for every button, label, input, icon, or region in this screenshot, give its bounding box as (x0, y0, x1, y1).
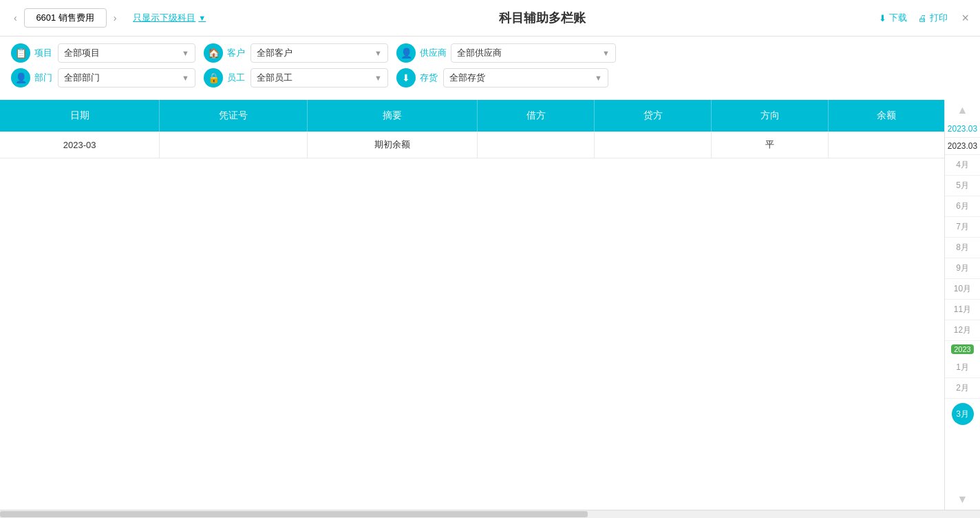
horizontal-scrollbar[interactable] (0, 510, 980, 518)
project-icon: 📋 (11, 43, 30, 63)
employee-select[interactable]: 全部员工 ▼ (251, 68, 388, 87)
cell-date: 2023-03 (0, 132, 160, 158)
filter-area: 📋 项目 全部项目 ▼ 🏠 客户 全部客户 ▼ 👤 供应商 全部供应 (0, 37, 980, 100)
stock-icon: ⬇ (396, 68, 416, 87)
download-button[interactable]: ⬇ 下载 (879, 12, 907, 24)
cell-summary: 期初余额 (308, 132, 478, 158)
col-balance: 余额 (829, 100, 944, 132)
supplier-select[interactable]: 全部供应商 ▼ (451, 43, 616, 63)
dept-value: 全部部门 (64, 72, 100, 84)
employee-icon: 🔒 (204, 68, 223, 87)
table-wrapper[interactable]: 日期 凭证号 摘要 借方 贷方 方向 余额 2023-03 期初余额 (0, 100, 944, 510)
dept-select[interactable]: 全部部门 ▼ (58, 68, 195, 87)
print-icon: 🖨 (918, 13, 927, 23)
top-bar: ‹ 6601 销售费用 › 只显示下级科目 ▼ 科目辅助多栏账 ⬇ 下载 🖨 打… (0, 0, 980, 37)
right-panel-item-mar-active[interactable]: 3月 (952, 403, 974, 425)
action-buttons: ⬇ 下载 🖨 打印 (879, 12, 948, 24)
page-title: 科目辅助多栏账 (213, 10, 872, 26)
cell-balance (829, 132, 944, 158)
filter-supplier: 👤 供应商 全部供应商 ▼ (396, 43, 616, 63)
show-sublevel-arrow-icon: ▼ (198, 14, 206, 22)
supplier-label: 供应商 (420, 47, 447, 59)
col-date: 日期 (0, 100, 160, 132)
account-nav: ‹ 6601 销售费用 › (11, 8, 119, 28)
filter-customer: 🏠 客户 全部客户 ▼ (204, 43, 388, 63)
right-panel-item-5[interactable]: 5月 (945, 176, 980, 196)
close-button[interactable]: × (961, 11, 969, 25)
project-label: 项目 (34, 47, 54, 59)
employee-value: 全部员工 (257, 72, 292, 84)
supplier-icon: 👤 (396, 43, 416, 63)
cell-direction: 平 (712, 132, 829, 158)
filter-row-1: 📋 项目 全部项目 ▼ 🏠 客户 全部客户 ▼ 👤 供应商 全部供应 (11, 43, 969, 63)
dept-icon: 👤 (11, 68, 30, 87)
customer-icon: 🏠 (204, 43, 223, 63)
supplier-dropdown-icon: ▼ (602, 49, 610, 57)
customer-dropdown-icon: ▼ (374, 49, 382, 57)
year-badge: 2023 (951, 344, 973, 354)
print-button[interactable]: 🖨 打印 (918, 12, 948, 24)
project-select[interactable]: 全部项目 ▼ (58, 43, 195, 63)
table-header-row: 日期 凭证号 摘要 借方 贷方 方向 余额 (0, 100, 944, 132)
cell-debit (478, 132, 595, 158)
show-sublevel-label: 只显示下级科目 (133, 12, 195, 24)
right-panel-item-4[interactable]: 4月 (945, 155, 980, 176)
print-label: 打印 (930, 12, 948, 24)
stock-value: 全部存货 (449, 72, 485, 84)
nav-next-arrow[interactable]: › (111, 11, 120, 25)
month-active-container: 3月 (952, 399, 974, 429)
project-value: 全部项目 (64, 47, 100, 59)
col-summary: 摘要 (308, 100, 478, 132)
account-code[interactable]: 6601 销售费用 (24, 8, 107, 28)
col-credit: 贷方 (595, 100, 712, 132)
stock-select[interactable]: 全部存货 ▼ (443, 68, 608, 87)
customer-select[interactable]: 全部客户 ▼ (251, 43, 388, 63)
stock-dropdown-icon: ▼ (595, 74, 602, 82)
stock-label: 存货 (420, 72, 439, 84)
col-voucher: 凭证号 (160, 100, 308, 132)
col-direction: 方向 (712, 100, 829, 132)
cell-credit (595, 132, 712, 158)
customer-label: 客户 (227, 47, 246, 59)
dept-label: 部门 (34, 72, 54, 84)
employee-label: 员工 (227, 72, 246, 84)
right-panel: ▲ 2023.03 2023.03 4月 5月 6月 7月 8月 9月 10月 … (944, 100, 980, 510)
col-debit: 借方 (478, 100, 595, 132)
right-panel-item-10[interactable]: 10月 (945, 279, 980, 300)
right-panel-item-7[interactable]: 7月 (945, 217, 980, 238)
dept-dropdown-icon: ▼ (182, 74, 189, 82)
download-label: 下载 (889, 12, 907, 24)
table-row: 2023-03 期初余额 平 (0, 132, 944, 158)
year-badge-container: 2023 (951, 341, 973, 358)
right-panel-item-6[interactable]: 6月 (945, 196, 980, 217)
supplier-value: 全部供应商 (457, 47, 502, 59)
scrollbar-thumb[interactable] (0, 511, 588, 517)
table-container: 日期 凭证号 摘要 借方 贷方 方向 余额 2023-03 期初余额 (0, 100, 980, 510)
right-panel-item-header1[interactable]: 2023.03 (945, 121, 980, 138)
project-dropdown-icon: ▼ (182, 49, 189, 57)
right-panel-down-button[interactable]: ▼ (953, 489, 972, 510)
show-sublevel-toggle[interactable]: 只显示下级科目 ▼ (133, 12, 206, 24)
right-panel-item-jan[interactable]: 1月 (945, 358, 980, 378)
right-panel-item-8[interactable]: 8月 (945, 238, 980, 258)
download-icon: ⬇ (879, 13, 886, 23)
filter-project: 📋 项目 全部项目 ▼ (11, 43, 195, 63)
filter-employee: 🔒 员工 全部员工 ▼ (204, 68, 388, 87)
right-panel-item-feb[interactable]: 2月 (945, 378, 980, 399)
right-panel-item-12[interactable]: 12月 (945, 320, 980, 341)
filter-row-2: 👤 部门 全部部门 ▼ 🔒 员工 全部员工 ▼ ⬇ 存货 全部存货 (11, 68, 969, 87)
filter-stock: ⬇ 存货 全部存货 ▼ (396, 68, 608, 87)
right-panel-item-9[interactable]: 9月 (945, 258, 980, 279)
cell-voucher (160, 132, 308, 158)
employee-dropdown-icon: ▼ (374, 74, 382, 82)
ledger-table: 日期 凭证号 摘要 借方 贷方 方向 余额 2023-03 期初余额 (0, 100, 944, 158)
right-panel-item-header2[interactable]: 2023.03 (945, 138, 980, 155)
right-panel-up-button[interactable]: ▲ (953, 100, 972, 121)
nav-prev-arrow[interactable]: ‹ (11, 11, 20, 25)
customer-value: 全部客户 (257, 47, 292, 59)
filter-dept: 👤 部门 全部部门 ▼ (11, 68, 195, 87)
right-panel-item-11[interactable]: 11月 (945, 300, 980, 320)
